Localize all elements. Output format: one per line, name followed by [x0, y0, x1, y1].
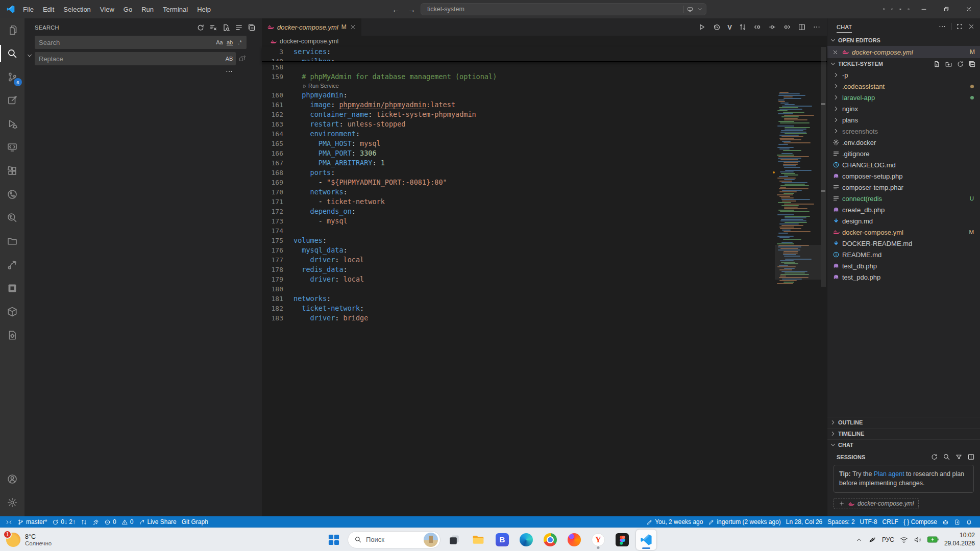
activity-project-config[interactable] — [0, 323, 24, 347]
split-icon[interactable] — [798, 23, 806, 31]
preserve-case-icon[interactable]: AB — [224, 54, 234, 64]
wifi-icon[interactable] — [900, 536, 908, 544]
status-indentation[interactable]: Spaces: 2 — [825, 516, 857, 528]
tree-item[interactable]: test_pdo.php — [827, 271, 980, 283]
split-view-icon[interactable] — [967, 453, 975, 461]
refresh-icon[interactable] — [197, 23, 205, 32]
new-file-icon[interactable] — [933, 60, 941, 68]
tree-item[interactable]: DOCKER-README.md — [827, 238, 980, 249]
activity-run-and-debug[interactable] — [0, 112, 24, 136]
chat-section[interactable]: CHAT — [827, 439, 980, 450]
clear-results-icon[interactable] — [209, 23, 217, 32]
editor-scrollbar[interactable] — [820, 47, 827, 516]
status-language-mode[interactable]: { } Compose — [901, 516, 940, 528]
codelens-run-service[interactable]: Run Service — [293, 81, 339, 91]
task-view-button[interactable] — [444, 530, 464, 550]
status-encoding[interactable]: UTF-8 — [857, 516, 880, 528]
activity-accounts[interactable] — [0, 467, 24, 491]
tree-item[interactable]: screenshots — [827, 126, 980, 137]
activity-remote-explorer[interactable] — [0, 136, 24, 159]
status-git-graph[interactable]: Git Graph — [179, 516, 211, 528]
close-panel-icon[interactable] — [968, 23, 975, 30]
change-icon[interactable] — [768, 23, 776, 31]
status-errors[interactable]: 0 — [102, 516, 119, 528]
command-center-search[interactable]: ticket-system — [421, 3, 706, 15]
status-cursor-position[interactable]: Ln 28, Col 26 — [783, 516, 825, 528]
tree-item[interactable]: nginx — [827, 103, 980, 114]
weather-widget[interactable]: 1 8°C Солнечно — [6, 533, 52, 547]
menu-selection[interactable]: Selection — [59, 4, 95, 15]
activity-search[interactable] — [0, 42, 24, 65]
tree-item[interactable]: plans — [827, 114, 980, 126]
toggle-secondary-sidebar-icon[interactable] — [904, 5, 913, 13]
forward-arrow-icon[interactable]: → — [405, 5, 419, 14]
maximize-panel-icon[interactable] — [956, 23, 963, 30]
tree-item[interactable]: -p — [827, 69, 980, 81]
activity-settings[interactable] — [0, 491, 24, 514]
regex-icon[interactable]: .* — [235, 37, 245, 47]
b-app-button[interactable]: B — [492, 530, 512, 550]
tree-item[interactable]: laravel-app — [827, 92, 980, 103]
close-button[interactable] — [958, 0, 980, 18]
search-sessions-icon[interactable] — [943, 453, 950, 461]
sticky-scroll[interactable]: 3services:149 mailhog: — [262, 47, 827, 62]
status-git-compare[interactable] — [78, 516, 90, 528]
activity-gitlens[interactable] — [0, 183, 24, 206]
tree-item[interactable]: create_db.php — [827, 204, 980, 215]
activity-live-preview[interactable] — [0, 277, 24, 300]
yandex-button[interactable]: Y — [588, 530, 608, 550]
list-icon[interactable] — [235, 23, 243, 32]
minimap[interactable] — [777, 92, 819, 285]
edge-button[interactable] — [516, 530, 536, 550]
activity-extensions[interactable] — [0, 159, 24, 183]
status-eol[interactable]: CRLF — [880, 516, 901, 528]
new-search-editor-icon[interactable] — [222, 23, 230, 32]
tab-close-icon[interactable] — [350, 24, 356, 31]
tree-item[interactable]: .codeassistant — [827, 81, 980, 92]
firefox-button[interactable] — [564, 530, 584, 550]
file-explorer-button[interactable] — [468, 530, 488, 550]
customize-layout-icon[interactable] — [880, 5, 888, 13]
minimize-button[interactable] — [913, 0, 935, 18]
tree-item[interactable]: .gitignore — [827, 148, 980, 159]
tree-item[interactable]: connect(redisU — [827, 193, 980, 204]
status-git-sync[interactable]: 0↓ 2↑ — [50, 516, 78, 528]
restore-button[interactable] — [935, 0, 958, 18]
status-notifications[interactable] — [963, 516, 975, 528]
filter-icon[interactable] — [955, 453, 963, 461]
menu-edit[interactable]: Edit — [38, 4, 59, 15]
menu-help[interactable]: Help — [192, 4, 215, 15]
activity-docker[interactable] — [0, 300, 24, 323]
search-input[interactable]: Search Aa ab .* — [35, 36, 247, 49]
scrollbar-thumb[interactable] — [821, 47, 826, 287]
collapse-folders-icon[interactable] — [968, 60, 976, 68]
run-icon[interactable] — [698, 23, 706, 31]
collapse-all-icon[interactable] — [248, 23, 256, 32]
code-area[interactable]: 158159 # phpMyAdmin for database managem… — [262, 62, 827, 516]
activity-explorer[interactable] — [0, 18, 24, 42]
tray-app-icon[interactable] — [868, 536, 876, 544]
status-copilot[interactable] — [940, 516, 951, 528]
next-change-icon[interactable] — [783, 23, 791, 31]
replace-input[interactable]: Replace AB — [35, 52, 236, 65]
menu-terminal[interactable]: Terminal — [158, 4, 192, 15]
chevron-down-icon[interactable] — [697, 6, 703, 12]
status-power[interactable] — [951, 516, 963, 528]
tree-item[interactable]: test_db.php — [827, 260, 980, 271]
activity-project-manager[interactable] — [0, 230, 24, 253]
status-live-share[interactable]: Live Share — [136, 516, 179, 528]
tree-item[interactable]: .env.docker — [827, 137, 980, 148]
status-remote-indicator[interactable] — [3, 516, 15, 528]
status-git-branch[interactable]: master* — [15, 516, 50, 528]
status-blame-you[interactable]: You, 2 weeks ago — [644, 516, 705, 528]
battery-icon[interactable] — [927, 536, 939, 543]
tree-item[interactable]: CHANGELOG.md — [827, 159, 980, 170]
minimap-slider[interactable] — [775, 245, 821, 280]
tree-item[interactable]: composer-setup.php — [827, 170, 980, 182]
replace-all-icon[interactable] — [238, 55, 247, 63]
activity-source-control[interactable]: 6 — [0, 65, 24, 89]
activity-notebook[interactable] — [0, 89, 24, 112]
more-icon[interactable] — [813, 23, 821, 31]
toggle-replace-icon[interactable] — [26, 52, 33, 59]
breadcrumb[interactable]: docker-compose.yml — [262, 36, 827, 47]
